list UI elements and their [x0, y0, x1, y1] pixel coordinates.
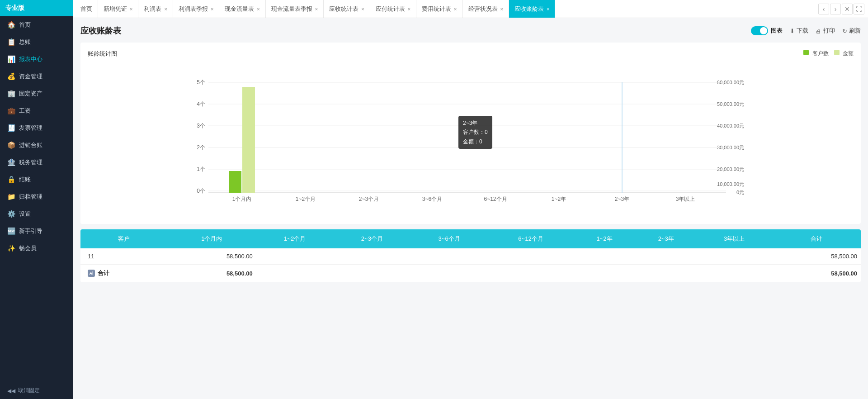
bar-amount-1m — [242, 87, 255, 193]
svg-text:0元: 0元 — [736, 190, 744, 195]
vip-icon: ✨ — [7, 244, 15, 252]
close-tab-cashflow-q[interactable]: × — [315, 6, 318, 12]
refresh-button[interactable]: ↻ 刷新 — [842, 27, 861, 35]
sidebar-item-funds[interactable]: 💰 资金管理 — [0, 68, 73, 85]
app-logo: 专业版 — [0, 0, 73, 16]
svg-text:2~3个月: 2~3个月 — [359, 196, 379, 202]
settings-icon: ⚙️ — [7, 210, 15, 218]
sidebar-item-settings[interactable]: ⚙️ 设置 — [0, 205, 73, 223]
total-icon: Ai — [88, 270, 95, 277]
col-m1: 1个月内 — [167, 229, 256, 248]
sidebar-item-vip[interactable]: ✨ 畅会员 — [0, 240, 73, 257]
svg-text:2个: 2个 — [197, 144, 205, 151]
cell-m612 — [488, 248, 574, 265]
archive-icon: 📁 — [7, 193, 15, 201]
main-content: 首页 新增凭证 × 利润表 × 利润表季报 × 现金流量表 × 现金流量表季报 … — [73, 0, 868, 399]
sidebar-item-archive[interactable]: 📁 归档管理 — [0, 188, 73, 205]
tab-prev-button[interactable]: ‹ — [818, 4, 829, 14]
salary-icon: 💼 — [7, 107, 15, 115]
cell-m12 — [256, 248, 334, 265]
sidebar-item-reports[interactable]: 📊 报表中心 — [0, 51, 73, 68]
legend-amount: 金额 — [834, 50, 854, 57]
legend-customers: 客户数 — [803, 50, 828, 57]
guide-icon: 🆕 — [7, 227, 15, 235]
tab-voucher[interactable]: 新增凭证 × — [98, 0, 138, 18]
tab-expense[interactable]: 费用统计表 × — [416, 0, 462, 18]
close-tab-ap-stat[interactable]: × — [408, 6, 410, 12]
svg-text:3~6个月: 3~6个月 — [422, 196, 442, 202]
tab-profit[interactable]: 利润表 × — [138, 0, 173, 18]
download-icon: ⬇ — [790, 28, 795, 34]
sidebar-item-guide[interactable]: 🆕 新手引导 — [0, 223, 73, 240]
col-m12: 1~2个月 — [256, 229, 334, 248]
close-tab-biz-stat[interactable]: × — [500, 6, 503, 12]
sidebar-item-home[interactable]: 🏠 首页 — [0, 16, 73, 33]
sidebar-item-tax[interactable]: 🏦 税务管理 — [0, 154, 73, 171]
close-tab-profit-q[interactable]: × — [211, 6, 213, 12]
sidebar-item-inventory[interactable]: 📦 进销台账 — [0, 137, 73, 154]
cell-total-y12 — [574, 265, 635, 282]
cell-total-m36 — [410, 265, 488, 282]
col-y23: 2~3年 — [635, 229, 697, 248]
sidebar-item-ledger[interactable]: 📋 总账 — [0, 33, 73, 51]
unpin-button[interactable]: ◀◀ 取消固定 — [0, 382, 73, 399]
tab-nav-buttons: ‹ › ✕ ⛶ — [818, 4, 866, 14]
tab-next-button[interactable]: › — [830, 4, 841, 14]
sidebar-item-assets[interactable]: 🏢 固定资产 — [0, 85, 73, 102]
close-tab-cashflow[interactable]: × — [257, 6, 259, 12]
close-tab-ar-aging[interactable]: × — [547, 6, 549, 12]
tab-cashflow[interactable]: 现金流量表 × — [219, 0, 265, 18]
sidebar-item-closing[interactable]: 🔒 结账 — [0, 171, 73, 188]
svg-text:1个月内: 1个月内 — [232, 196, 252, 202]
close-tab-ar-stat[interactable]: × — [361, 6, 364, 12]
cell-y12 — [574, 248, 635, 265]
sidebar-item-salary[interactable]: 💼 工资 — [0, 102, 73, 119]
inventory-icon: 📦 — [7, 141, 15, 149]
col-total: 合计 — [772, 229, 861, 248]
data-table: 客户 1个月内 1~2个月 2~3个月 3~6个月 6~12个月 1~2年 2~… — [80, 229, 861, 282]
table-total-row: Ai 合计 58,500.00 58,500.00 — [80, 265, 861, 282]
legend-customers-dot — [803, 50, 809, 55]
download-button[interactable]: ⬇ 下载 — [790, 27, 808, 35]
chart-area: 账龄统计图 客户数 金额 5个 4个 3个 2个 — [80, 43, 861, 224]
tab-profit-q[interactable]: 利润表季报 × — [173, 0, 219, 18]
svg-text:6~12个月: 6~12个月 — [484, 196, 507, 202]
chart-toggle[interactable] — [751, 26, 768, 35]
close-tab-voucher[interactable]: × — [130, 6, 132, 12]
tab-biz-stat[interactable]: 经营状况表 × — [463, 0, 509, 18]
sidebar: 专业版 🏠 首页 📋 总账 📊 报表中心 💰 资金管理 🏢 固定资产 💼 工资 … — [0, 0, 73, 399]
table-header-row: 客户 1个月内 1~2个月 2~3个月 3~6个月 6~12个月 1~2年 2~… — [80, 229, 861, 248]
unpin-icon: ◀◀ — [7, 388, 15, 394]
col-m36: 3~6个月 — [410, 229, 488, 248]
col-y12: 1~2年 — [574, 229, 635, 248]
cell-total-m612 — [488, 265, 574, 282]
cell-total-y23 — [635, 265, 697, 282]
page-title: 应收账龄表 — [80, 25, 121, 36]
chart-title: 账龄统计图 — [88, 50, 854, 58]
tab-bar: 首页 新增凭证 × 利润表 × 利润表季报 × 现金流量表 × 现金流量表季报 … — [73, 0, 868, 18]
invoice-icon: 🧾 — [7, 124, 15, 132]
tab-ar-aging[interactable]: 应收账龄表 × — [509, 0, 555, 18]
cell-y3plus — [697, 248, 772, 265]
tab-cashflow-q[interactable]: 现金流量表季报 × — [266, 0, 324, 18]
svg-text:3个: 3个 — [197, 123, 205, 129]
col-customer: 客户 — [80, 229, 167, 248]
assets-icon: 🏢 — [7, 90, 15, 98]
tab-close-all-button[interactable]: ✕ — [842, 4, 853, 14]
close-tab-expense[interactable]: × — [454, 6, 457, 12]
home-icon: 🏠 — [7, 21, 15, 29]
chart-svg: 5个 4个 3个 2个 1个 0个 60,000.00元 50,000.00元 … — [88, 62, 854, 215]
print-button[interactable]: 🖨 打印 — [816, 27, 835, 35]
sidebar-item-invoice[interactable]: 🧾 发票管理 — [0, 119, 73, 137]
page-actions: 图表 ⬇ 下载 🖨 打印 ↻ 刷新 — [751, 26, 861, 35]
page-header: 应收账龄表 图表 ⬇ 下载 🖨 打印 ↻ 刷新 — [80, 25, 861, 36]
tab-ar-stat[interactable]: 应收统计表 × — [324, 0, 370, 18]
cell-m36 — [410, 248, 488, 265]
close-tab-profit[interactable]: × — [164, 6, 167, 12]
cell-total-total: 58,500.00 — [772, 265, 861, 282]
bar-customers-1m — [229, 171, 241, 193]
tab-ap-stat[interactable]: 应付统计表 × — [370, 0, 416, 18]
tab-home[interactable]: 首页 — [75, 0, 98, 18]
chart-legend: 客户数 金额 — [803, 50, 854, 57]
tab-expand-button[interactable]: ⛶ — [854, 4, 864, 14]
